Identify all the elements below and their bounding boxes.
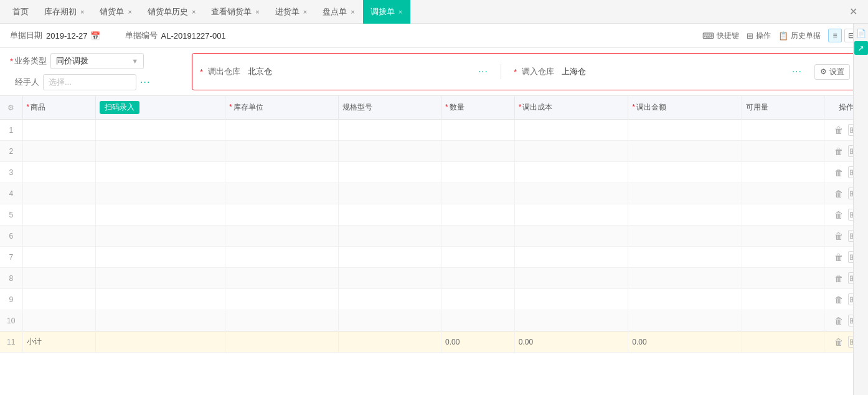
tab-inventory[interactable]: 盘点单 × bbox=[315, 0, 362, 24]
tab-purchase[interactable]: 进货单 × bbox=[268, 0, 315, 24]
row-quantity-4[interactable] bbox=[441, 183, 514, 204]
delete-icon-6[interactable]: 🗑 bbox=[834, 231, 843, 241]
row-amount-2[interactable] bbox=[628, 141, 742, 162]
row-unit-2[interactable] bbox=[225, 141, 339, 162]
row-cost-5[interactable] bbox=[514, 204, 628, 226]
row-product-5[interactable] bbox=[22, 204, 96, 226]
in-warehouse-value[interactable]: 上海仓 bbox=[562, 66, 586, 77]
row-cost-9[interactable] bbox=[514, 289, 628, 310]
row-product-8[interactable] bbox=[22, 268, 96, 289]
row-unit-4[interactable] bbox=[225, 183, 339, 204]
row-cost-4[interactable] bbox=[514, 183, 628, 204]
delete-icon-3[interactable]: 🗑 bbox=[834, 168, 843, 178]
business-type-dropdown[interactable]: 同价调拨 ▼ bbox=[50, 53, 144, 69]
view-list-btn[interactable]: ≡ bbox=[828, 29, 842, 42]
row-cost-3[interactable] bbox=[514, 162, 628, 183]
tab-close-stock-init[interactable]: × bbox=[80, 8, 84, 16]
row-spec-5[interactable] bbox=[339, 204, 441, 226]
row-amount-1[interactable] bbox=[628, 120, 742, 141]
out-warehouse-more-btn[interactable]: ··· bbox=[478, 66, 488, 77]
row-product-1[interactable] bbox=[22, 120, 96, 141]
row-amount-9[interactable] bbox=[628, 289, 742, 310]
row-cost-10[interactable] bbox=[514, 310, 628, 331]
tab-close-sale-order[interactable]: × bbox=[128, 8, 131, 16]
row-cost-1[interactable] bbox=[514, 120, 628, 141]
tab-close-transfer[interactable]: × bbox=[399, 8, 402, 16]
row-unit-8[interactable] bbox=[225, 268, 339, 289]
subtotal-delete-icon[interactable]: 🗑 bbox=[834, 337, 843, 347]
tab-close-view-sale[interactable]: × bbox=[255, 8, 259, 16]
row-product-7[interactable] bbox=[22, 247, 96, 268]
date-value[interactable]: 2019-12-27 bbox=[46, 31, 88, 40]
row-product-3[interactable] bbox=[22, 162, 96, 183]
settings-button[interactable]: ⚙ 设置 bbox=[814, 64, 850, 80]
row-spec-8[interactable] bbox=[339, 268, 441, 289]
row-cost-7[interactable] bbox=[514, 247, 628, 268]
row-unit-5[interactable] bbox=[225, 204, 339, 226]
row-cost-2[interactable] bbox=[514, 141, 628, 162]
delete-icon-9[interactable]: 🗑 bbox=[834, 295, 843, 305]
row-quantity-8[interactable] bbox=[441, 268, 514, 289]
row-amount-5[interactable] bbox=[628, 204, 742, 226]
row-quantity-7[interactable] bbox=[441, 247, 514, 268]
row-unit-6[interactable] bbox=[225, 226, 339, 247]
sidebar-expand-icon[interactable]: ↗ bbox=[854, 41, 868, 55]
operations-btn[interactable]: ⊞ 操作 bbox=[747, 31, 771, 41]
row-quantity-5[interactable] bbox=[441, 204, 514, 226]
row-amount-10[interactable] bbox=[628, 310, 742, 331]
row-product-4[interactable] bbox=[22, 183, 96, 204]
tab-view-sale[interactable]: 查看销货单 × bbox=[204, 0, 267, 24]
row-spec-4[interactable] bbox=[339, 183, 441, 204]
row-spec-10[interactable] bbox=[339, 310, 441, 331]
row-amount-7[interactable] bbox=[628, 247, 742, 268]
delete-icon-2[interactable]: 🗑 bbox=[834, 146, 843, 156]
delete-icon-4[interactable]: 🗑 bbox=[834, 189, 843, 199]
tab-sale-history[interactable]: 销货单历史 × bbox=[140, 0, 204, 24]
tab-transfer[interactable]: 调拨单 × bbox=[363, 0, 410, 24]
history-btn[interactable]: 📋 历史单据 bbox=[778, 31, 821, 41]
row-quantity-3[interactable] bbox=[441, 162, 514, 183]
delete-icon-8[interactable]: 🗑 bbox=[834, 274, 843, 283]
tab-stock-init[interactable]: 库存期初 × bbox=[37, 0, 92, 24]
calendar-icon[interactable]: 📅 bbox=[90, 31, 100, 40]
row-cost-6[interactable] bbox=[514, 226, 628, 247]
row-amount-4[interactable] bbox=[628, 183, 742, 204]
shortcuts-btn[interactable]: ⌨ 快捷键 bbox=[702, 31, 739, 41]
row-unit-10[interactable] bbox=[225, 310, 339, 331]
table-gear-icon[interactable]: ⚙ bbox=[7, 103, 14, 112]
tab-home[interactable]: 首页 bbox=[5, 0, 37, 24]
row-quantity-1[interactable] bbox=[441, 120, 514, 141]
delete-icon-7[interactable]: 🗑 bbox=[834, 252, 843, 262]
row-spec-1[interactable] bbox=[339, 120, 441, 141]
row-spec-2[interactable] bbox=[339, 141, 441, 162]
row-amount-8[interactable] bbox=[628, 268, 742, 289]
window-close-button[interactable]: ✕ bbox=[843, 2, 863, 22]
handler-input[interactable]: 选择... bbox=[43, 74, 136, 90]
row-spec-9[interactable] bbox=[339, 289, 441, 310]
row-unit-9[interactable] bbox=[225, 289, 339, 310]
delete-icon-10[interactable]: 🗑 bbox=[834, 316, 843, 326]
sidebar-doc-icon[interactable]: 📄 bbox=[854, 26, 868, 40]
row-product-10[interactable] bbox=[22, 310, 96, 331]
row-spec-7[interactable] bbox=[339, 247, 441, 268]
tab-sale-order[interactable]: 销货单 × bbox=[92, 0, 139, 24]
tab-close-purchase[interactable]: × bbox=[303, 8, 307, 16]
delete-icon-5[interactable]: 🗑 bbox=[834, 210, 843, 220]
tab-close-sale-history[interactable]: × bbox=[192, 8, 196, 16]
row-unit-3[interactable] bbox=[225, 162, 339, 183]
scan-input-btn[interactable]: 扫码录入 bbox=[100, 101, 139, 114]
row-quantity-2[interactable] bbox=[441, 141, 514, 162]
row-product-6[interactable] bbox=[22, 226, 96, 247]
row-quantity-10[interactable] bbox=[441, 310, 514, 331]
row-quantity-6[interactable] bbox=[441, 226, 514, 247]
row-amount-6[interactable] bbox=[628, 226, 742, 247]
row-product-2[interactable] bbox=[22, 141, 96, 162]
row-unit-7[interactable] bbox=[225, 247, 339, 268]
tab-close-inventory[interactable]: × bbox=[351, 8, 354, 16]
out-warehouse-value[interactable]: 北京仓 bbox=[248, 66, 272, 77]
handler-more-btn[interactable]: ··· bbox=[140, 77, 150, 88]
row-cost-8[interactable] bbox=[514, 268, 628, 289]
delete-icon-1[interactable]: 🗑 bbox=[834, 125, 843, 135]
in-warehouse-more-btn[interactable]: ··· bbox=[792, 66, 802, 77]
row-unit-1[interactable] bbox=[225, 120, 339, 141]
